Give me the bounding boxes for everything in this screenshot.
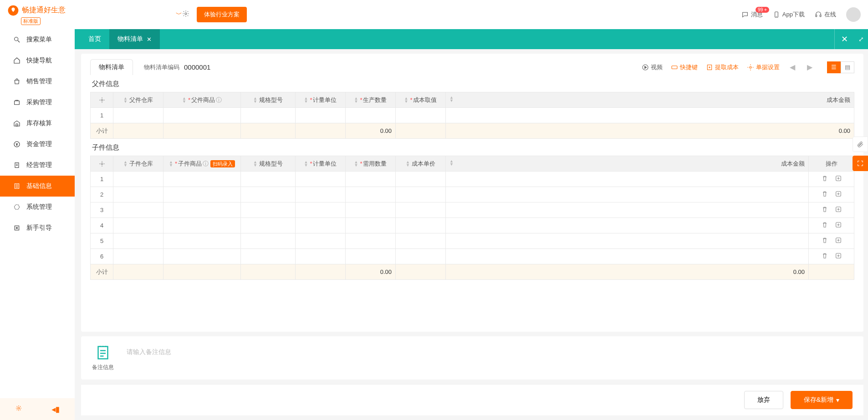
doc-header: 物料清单 物料清单编码 0000001 视频 快捷键 xyxy=(90,59,854,75)
close-icon[interactable]: ✕ xyxy=(147,36,152,43)
delete-row-icon[interactable] xyxy=(821,237,828,245)
col-parent-unit[interactable]: ▲▼*计量单位 xyxy=(296,92,346,108)
sidebar-item-label: 采购管理 xyxy=(26,98,52,106)
col-child-cost-amount[interactable]: ▲▼成本金额 xyxy=(446,156,809,172)
sidebar-settings-icon[interactable] xyxy=(15,405,22,414)
action-label: 快捷键 xyxy=(680,63,698,71)
col-parent-cost-method[interactable]: ▲▼*成本取值 xyxy=(396,92,446,108)
remark-label: 备注信息 xyxy=(92,364,114,371)
view-list-icon[interactable]: ☰ xyxy=(827,61,841,73)
action-doc-settings[interactable]: 单据设置 xyxy=(747,63,780,71)
add-row-icon[interactable] xyxy=(835,237,842,245)
column-settings-icon[interactable] xyxy=(94,96,109,104)
money-icon xyxy=(13,140,21,148)
delete-row-icon[interactable] xyxy=(821,221,828,230)
parent-subtotal-amount: 0.00 xyxy=(446,123,854,139)
tab-bom[interactable]: 物料清单 ✕ xyxy=(109,29,160,49)
table-row[interactable]: 4 xyxy=(91,218,854,233)
fullscreen-icon[interactable] xyxy=(853,156,868,171)
svg-point-23 xyxy=(750,66,751,68)
sidebar-item-system[interactable]: 系统管理 xyxy=(0,197,75,218)
discard-button[interactable]: 放弃 xyxy=(744,391,783,409)
chevron-down-icon: ▾ xyxy=(836,396,839,404)
warehouse-icon xyxy=(13,119,21,127)
delete-row-icon[interactable] xyxy=(821,252,828,261)
doc-code-label: 物料清单编码 xyxy=(144,63,179,71)
org-settings-icon[interactable] xyxy=(182,10,189,19)
col-parent-product[interactable]: ▲▼*父件商品ⓘ xyxy=(163,92,241,108)
action-extract-cost[interactable]: 提取成本 xyxy=(706,63,739,71)
doc-tab[interactable]: 物料清单 xyxy=(90,59,133,75)
app-download-button[interactable]: App下载 xyxy=(773,10,805,19)
add-row-icon[interactable] xyxy=(835,175,842,183)
col-parent-qty[interactable]: ▲▼*生产数量 xyxy=(346,92,396,108)
sidebar-item-basicinfo[interactable]: 基础信息 xyxy=(0,176,75,197)
logo-edition-badge: 标准版 xyxy=(21,17,41,25)
tabs-expand-icon[interactable]: ⤢ xyxy=(854,29,868,49)
sidebar-collapse-icon[interactable]: ◂▮ xyxy=(52,405,60,414)
col-child-product[interactable]: ▲▼*子件商品ⓘ扫码录入 xyxy=(163,156,241,172)
sidebar-item-funds[interactable]: 资金管理 xyxy=(0,134,75,155)
table-row[interactable]: 2 xyxy=(91,187,854,202)
sidebar-item-inventory[interactable]: 库存核算 xyxy=(0,113,75,134)
sidebar-item-search[interactable]: 搜索菜单 xyxy=(0,29,75,50)
add-row-icon[interactable] xyxy=(835,206,842,214)
col-child-spec[interactable]: ▲▼规格型号 xyxy=(241,156,296,172)
table-row[interactable]: 1 xyxy=(91,172,854,187)
tab-home[interactable]: 首页 xyxy=(80,29,109,49)
view-card-icon[interactable]: ▤ xyxy=(841,61,854,73)
remark-input[interactable] xyxy=(125,344,853,359)
trial-button[interactable]: 体验行业方案 xyxy=(197,7,247,22)
scan-input-tag[interactable]: 扫码录入 xyxy=(210,160,235,167)
col-parent-cost-amount[interactable]: ▲▼成本金额 xyxy=(446,92,854,108)
col-child-unit[interactable]: ▲▼*计量单位 xyxy=(296,156,346,172)
table-row[interactable]: 5 xyxy=(91,233,854,249)
child-subtotal-qty: 0.00 xyxy=(346,264,396,280)
nav-next-icon[interactable]: ▶ xyxy=(805,63,814,71)
sidebar-item-quicknav[interactable]: 快捷导航 xyxy=(0,50,75,71)
add-row-icon[interactable] xyxy=(835,190,842,199)
online-label: 在线 xyxy=(824,10,836,19)
action-video[interactable]: 视频 xyxy=(642,63,663,71)
avatar[interactable] xyxy=(846,7,861,22)
delete-row-icon[interactable] xyxy=(821,206,828,214)
col-parent-warehouse[interactable]: ▲▼父件仓库 xyxy=(113,92,163,108)
parent-subtotal-qty: 0.00 xyxy=(346,123,396,139)
sidebar-item-business[interactable]: 经营管理 xyxy=(0,155,75,176)
compass-icon xyxy=(13,224,21,232)
chat-icon xyxy=(741,11,749,18)
table-row[interactable]: 1 xyxy=(91,108,854,123)
sidebar-item-guide[interactable]: 新手引导 xyxy=(0,218,75,238)
col-child-warehouse[interactable]: ▲▼子件仓库 xyxy=(113,156,163,172)
online-support-button[interactable]: 在线 xyxy=(815,10,836,19)
save-and-new-button[interactable]: 保存&新增 ▾ xyxy=(791,391,853,409)
col-child-qty[interactable]: ▲▼*需用数量 xyxy=(346,156,396,172)
messages-button[interactable]: 消息 99 + xyxy=(741,10,763,19)
help-icon[interactable]: ⓘ xyxy=(216,96,222,103)
play-icon xyxy=(642,64,649,71)
tabs-close-all-icon[interactable]: ✕ xyxy=(834,29,854,49)
attachment-icon[interactable] xyxy=(853,137,868,152)
sidebar-item-sales[interactable]: 销售管理 xyxy=(0,71,75,92)
nav-prev-icon[interactable]: ◀ xyxy=(788,63,797,71)
chevron-down-icon: ﹀ xyxy=(176,10,182,19)
footer-bar: 放弃 保存&新增 ▾ xyxy=(81,384,863,415)
table-row[interactable]: 6 xyxy=(91,249,854,264)
column-settings-icon[interactable] xyxy=(94,160,109,167)
help-icon[interactable]: ⓘ xyxy=(203,160,209,167)
col-child-cost-price[interactable]: ▲▼成本单价 xyxy=(396,156,446,172)
table-row[interactable]: 3 xyxy=(91,202,854,218)
svg-rect-8 xyxy=(16,124,18,126)
add-row-icon[interactable] xyxy=(835,221,842,230)
logo-area: 畅捷通好生意 标准版 xyxy=(7,5,76,25)
save-new-label: 保存&新增 xyxy=(804,396,833,404)
sidebar-item-purchase[interactable]: 采购管理 xyxy=(0,92,75,113)
keyboard-icon xyxy=(671,64,678,71)
add-row-icon[interactable] xyxy=(835,252,842,261)
org-selector[interactable]: ﹀ xyxy=(89,10,182,19)
col-parent-spec[interactable]: ▲▼规格型号 xyxy=(241,92,296,108)
delete-row-icon[interactable] xyxy=(821,190,828,199)
logo-icon xyxy=(7,5,19,16)
delete-row-icon[interactable] xyxy=(821,175,828,183)
action-hotkey[interactable]: 快捷键 xyxy=(671,63,698,71)
